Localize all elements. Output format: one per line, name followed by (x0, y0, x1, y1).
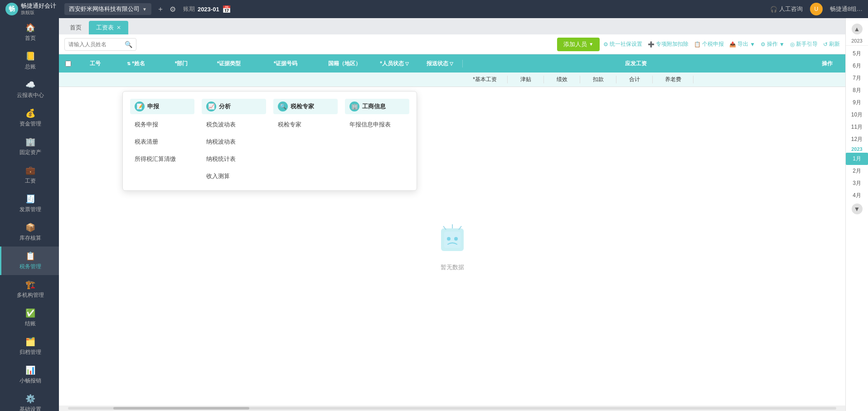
th-name-sort[interactable]: ⇅ (127, 61, 131, 66)
sidebar-item-salary[interactable]: 💼 工资 (0, 161, 59, 189)
month-9[interactable]: 9月 (846, 97, 868, 109)
sidebar-item-archive[interactable]: 🗂️ 归档管理 (0, 332, 59, 361)
logo-icon: 畅 (5, 3, 18, 15)
sidebar-item-settings[interactable]: ⚙️ 基础设置 (0, 389, 59, 411)
bottom-scrollbar[interactable] (59, 406, 845, 411)
scrollbar-track[interactable] (68, 407, 836, 410)
operate-btn[interactable]: ⚙ 操作 ▼ (761, 40, 785, 48)
month-11[interactable]: 11月 (846, 121, 868, 133)
select-all-checkbox[interactable] (65, 61, 71, 67)
right-panel-up-arrow[interactable]: ▲ (852, 24, 863, 34)
period-label: 账期 (183, 5, 195, 13)
tab-bar: 首页 工资表 ✕ (59, 18, 845, 34)
multi-icon: 🏗️ (25, 280, 35, 290)
sidebar-label-multi: 多机构管理 (17, 291, 44, 299)
th-sub-performance-label: 绩效 (557, 76, 567, 83)
sidebar-item-report[interactable]: 📊 小畅报销 (0, 361, 59, 389)
calendar-icon[interactable]: 📅 (222, 5, 231, 14)
month-8[interactable]: 8月 (846, 84, 868, 97)
company-selector[interactable]: 西安虾米网络科技有限公司 ▼ (64, 3, 151, 15)
item-tax-change[interactable]: 纳税波动表 (202, 135, 266, 149)
sidebar-label-cloud: 云报表中心 (17, 92, 44, 99)
sidebar-label-invoice: 发票管理 (19, 206, 41, 213)
sidebar-item-cloud[interactable]: ☁️ 云报表中心 (0, 75, 59, 104)
tab-home[interactable]: 首页 (63, 21, 89, 34)
th-id-num: *证据号码 (254, 60, 317, 68)
sidebar-item-funds[interactable]: 💰 资金管理 (0, 104, 59, 132)
month-7[interactable]: 7月 (846, 72, 868, 84)
sidebar-label-report: 小畅报销 (19, 377, 41, 385)
category-tax-expert-label: 税检专家 (291, 102, 314, 111)
select-all-checkbox-cell[interactable] (59, 61, 77, 67)
month-5[interactable]: 5月 (846, 48, 868, 60)
social-security-btn[interactable]: ⚙ 统一社保设置 (603, 40, 642, 48)
th-report-filter[interactable]: ▽ (450, 61, 453, 66)
month-6[interactable]: 6月 (846, 60, 868, 72)
guide-btn[interactable]: ◎ 新手引导 (790, 40, 818, 48)
item-tax-burden[interactable]: 税负波动表 (202, 118, 266, 131)
item-tax-clear[interactable]: 税表清册 (130, 135, 194, 149)
th-status-label: *人员状态 (380, 60, 404, 68)
add-company-btn[interactable]: ＋ (157, 5, 164, 14)
search-box[interactable]: 🔍 (64, 38, 136, 51)
sidebar-item-home[interactable]: 🏠 首页 (0, 18, 59, 47)
user-name[interactable]: 畅捷通8组… (830, 5, 863, 13)
tab-salary-table[interactable]: 工资表 ✕ (89, 21, 128, 34)
th-wage-group: 应发工资 (462, 60, 809, 68)
app-version: 旗舰版 (21, 10, 56, 16)
th-report-status: 报送状态 ▽ (417, 60, 462, 68)
service-btn[interactable]: 🎧 人工咨询 (770, 5, 803, 13)
sidebar-item-assets[interactable]: 🏢 固定资产 (0, 132, 59, 161)
tax-return-btn[interactable]: 📋 个税申报 (694, 40, 724, 48)
funds-icon: 💰 (25, 108, 35, 118)
settings-icon[interactable]: ⚙ (170, 5, 176, 14)
table-subheader: *基本工资 津贴 绩效 扣款 合计 养老费 (59, 73, 845, 87)
sidebar-item-multi[interactable]: 🏗️ 多机构管理 (0, 275, 59, 304)
refresh-btn[interactable]: ↺ 刷新 (823, 40, 840, 48)
svg-point-2 (447, 237, 451, 241)
declaration-icon: 📝 (135, 102, 145, 111)
item-income-settle[interactable]: 所得税汇算清缴 (130, 152, 194, 166)
item-income-calc[interactable]: 收入测算 (202, 169, 266, 183)
export-btn[interactable]: 📤 导出 ▼ (729, 40, 755, 48)
period-area: 账期 2023-01 📅 (183, 5, 231, 14)
month-3[interactable]: 3月 (846, 177, 868, 189)
month-2[interactable]: 2月 (846, 165, 868, 177)
social-security-label: 统一社保设置 (610, 40, 642, 48)
search-input[interactable] (68, 41, 123, 48)
special-deduct-btn[interactable]: ➕ 专项附加扣除 (648, 40, 689, 48)
right-panel-down-arrow[interactable]: ▼ (852, 203, 863, 214)
tab-salary-close[interactable]: ✕ (116, 24, 121, 31)
month-4[interactable]: 4月 (846, 189, 868, 202)
category-tax-expert-header: 🔍 税检专家 (273, 99, 338, 114)
sidebar-label-ledger: 总账 (25, 63, 36, 71)
export-arrow: ▼ (750, 41, 755, 48)
th-ops-label: 操作 (822, 60, 833, 68)
th-wage-group-label: 应发工资 (625, 60, 647, 68)
assets-icon: 🏢 (25, 137, 35, 147)
sidebar-item-settle[interactable]: ✅ 结账 (0, 304, 59, 332)
sidebar-item-tax[interactable]: 📋 税务管理 (0, 247, 59, 275)
item-tax-declare[interactable]: 税务申报 (130, 118, 194, 131)
item-annual-report[interactable]: 年报信息申报表 (345, 118, 409, 131)
th-sub-base-wage-label: *基本工资 (473, 76, 497, 83)
category-business-info-label: 工商信息 (362, 102, 386, 111)
sidebar: 🏠 首页 📒 总账 ☁️ 云报表中心 💰 资金管理 🏢 固定资产 💼 工资 🧾 … (0, 18, 59, 411)
th-sub-allowance-label: 津贴 (520, 76, 531, 83)
item-expert[interactable]: 税检专家 (273, 118, 338, 131)
month-1-current[interactable]: 1月 (846, 153, 868, 165)
sidebar-item-invoice[interactable]: 🧾 发票管理 (0, 189, 59, 218)
item-tax-stat[interactable]: 纳税统计表 (202, 152, 266, 166)
th-status-filter[interactable]: ▽ (405, 61, 409, 66)
sidebar-item-ledger[interactable]: 📒 总账 (0, 47, 59, 75)
sidebar-item-inventory[interactable]: 📦 库存核算 (0, 218, 59, 247)
month-10[interactable]: 10月 (846, 109, 868, 121)
main-layout: 🏠 首页 📒 总账 ☁️ 云报表中心 💰 资金管理 🏢 固定资产 💼 工资 🧾 … (0, 18, 868, 411)
service-label: 人工咨询 (779, 5, 803, 13)
svg-rect-1 (444, 232, 461, 248)
add-person-btn[interactable]: 添加人员 ▼ (557, 38, 600, 51)
right-panel: ▲ 2023 5月 6月 7月 8月 9月 10月 11月 12月 2023 1… (845, 18, 868, 411)
scrollbar-thumb[interactable] (113, 407, 249, 410)
month-12[interactable]: 12月 (846, 133, 868, 145)
sidebar-label-archive: 归档管理 (19, 348, 41, 356)
